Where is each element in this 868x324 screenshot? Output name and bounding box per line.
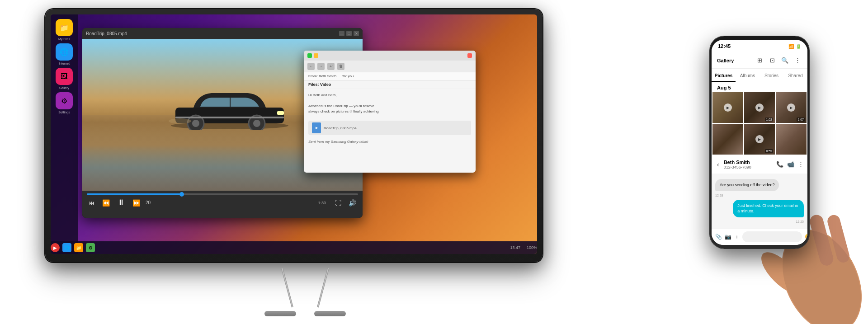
sent-message-wrapper: Just finished. Check your email in a min… — [715, 200, 804, 223]
sticker-button[interactable]: 😊 — [805, 234, 807, 240]
gallery-thumb-2[interactable]: ▶ 1:02 — [744, 92, 775, 123]
attachment-button[interactable]: 📎 — [715, 234, 722, 240]
gallery-app-title: Gallery — [717, 58, 734, 63]
volume-button[interactable]: 🔊 — [347, 198, 358, 207]
taskbar-settings-icon[interactable]: ⚙ — [86, 243, 95, 252]
settings-icon[interactable]: ⚙ — [56, 92, 73, 109]
tab-shared[interactable]: Shared — [783, 70, 807, 82]
email-body-line1: Hi Beth and Beth, — [308, 93, 471, 98]
attachment-filename: RoadTrip_0805.mp4 — [324, 126, 357, 130]
video-call-icon[interactable]: 📹 — [787, 161, 794, 168]
progress-bar[interactable] — [87, 193, 358, 195]
email-to-label: To: — [342, 74, 348, 78]
skip-back-button[interactable]: ⏪ — [100, 198, 112, 207]
gallery-icon[interactable]: 🖼 — [56, 68, 73, 85]
tv-taskbar: ▶ 🌐 📁 ⚙ 13:47 100% — [51, 241, 537, 254]
email-back-btn[interactable]: ← — [307, 63, 315, 70]
camera-button[interactable]: 📷 — [725, 234, 731, 240]
phone-wrapper: 12:45 📶 🔋 Gallery ⊞ ⊡ 🔍 ⋮ Pictures — [710, 36, 845, 298]
conversation: Are you sending off the video? 12:28 Jus… — [715, 177, 804, 225]
stand-neck-right — [317, 268, 329, 308]
thumb-duration-5: 0:59 — [765, 149, 773, 153]
email-minimize-btn[interactable] — [314, 53, 318, 58]
email-maximize-btn[interactable] — [307, 53, 312, 58]
received-bubble: Are you sending off the video? — [715, 179, 779, 191]
tab-stories[interactable]: Stories — [760, 70, 783, 82]
email-to-value: you — [348, 74, 354, 78]
files-icon[interactable]: 📁 — [56, 19, 73, 36]
close-button[interactable]: ✕ — [354, 31, 359, 36]
fullscreen-button[interactable]: ⛶ — [333, 198, 343, 207]
current-time: 20 — [146, 200, 151, 205]
tv-sidebar: 📁 My Files 🌐 Internet 🖼 Gallery ⚙ — [51, 14, 78, 254]
gallery-thumb-1[interactable]: ▶ — [712, 92, 743, 123]
gallery-thumb-5[interactable]: ▶ 0:59 — [744, 124, 775, 155]
rewind-button[interactable]: ⏮ — [87, 198, 97, 207]
gallery-select-icon[interactable]: ⊞ — [755, 56, 764, 65]
gallery-search-icon[interactable]: 🔍 — [780, 56, 789, 65]
received-message-wrapper: Are you sending off the video? 12:28 — [715, 179, 804, 197]
message-body: Are you sending off the video? 12:28 Jus… — [712, 174, 807, 229]
sidebar-item-files[interactable]: 📁 My Files — [56, 18, 73, 41]
tab-albums[interactable]: Albums — [736, 70, 760, 82]
video-titlebar: RoadTrip_0805.mp4 — □ ✕ — [82, 28, 363, 39]
gallery-tabs: Pictures Albums Stories Shared — [712, 70, 807, 82]
taskbar-clock: 13:47 — [510, 245, 524, 250]
video-controls[interactable]: ⏮ ⏪ ⏸ ⏩ 20 1:30 ⛶ 🔊 — [82, 191, 363, 218]
contact-name: Beth Smith — [724, 160, 751, 165]
contact-number: 012-3456-7890 — [724, 165, 751, 169]
stand-neck-left — [281, 268, 293, 308]
contact-info: Beth Smith 012-3456-7890 — [724, 160, 751, 169]
gallery-thumb-6[interactable] — [776, 124, 807, 155]
email-body: Hi Beth and Beth, Attached is the RoadTr… — [304, 89, 476, 118]
tv-body: 📁 My Files 🌐 Internet 🖼 Gallery ⚙ — [45, 9, 542, 271]
gallery-thumb-4[interactable] — [712, 124, 743, 155]
email-body-line3: always check on pictures til finally ach… — [308, 109, 471, 114]
play-icon-2: ▶ — [755, 103, 764, 112]
titlebar-buttons: — □ ✕ — [339, 31, 359, 36]
attachment-type-icon: ▶ — [312, 122, 321, 133]
email-attachment[interactable]: ▶ RoadTrip_0805.mp4 — [308, 121, 471, 135]
sidebar-item-settings[interactable]: ⚙ Settings — [56, 91, 73, 114]
tab-pictures[interactable]: Pictures — [712, 70, 736, 82]
gallery-share-icon[interactable]: ⊡ — [768, 56, 777, 65]
svg-point-8 — [169, 118, 191, 124]
tv-stand — [260, 262, 350, 316]
email-close-btn[interactable] — [467, 53, 472, 58]
maximize-button[interactable]: □ — [346, 31, 352, 36]
sidebar-item-gallery[interactable]: 🖼 Gallery — [56, 67, 73, 89]
more-options-icon[interactable]: ⋮ — [798, 161, 804, 168]
tv-wrapper: 📁 My Files 🌐 Internet 🖼 Gallery ⚙ — [45, 9, 565, 316]
phone-device: 12:45 📶 🔋 Gallery ⊞ ⊡ 🔍 ⋮ Pictures — [710, 36, 809, 249]
message-actions: 📞 📹 ⋮ — [776, 161, 804, 168]
statusbar-icons: 📶 🔋 — [788, 44, 801, 49]
email-window[interactable]: ← → ↩ 🗑 From: Beth Smith To: you Files: … — [304, 51, 476, 173]
tv-screen: 📁 My Files 🌐 Internet 🖼 Gallery ⚙ — [51, 14, 537, 254]
taskbar-browser-icon[interactable]: 🌐 — [62, 243, 71, 252]
internet-icon[interactable]: 🌐 — [56, 43, 73, 61]
gallery-label: Gallery — [59, 86, 69, 89]
pause-button[interactable]: ⏸ — [115, 197, 127, 208]
add-button[interactable]: ＋ — [734, 233, 740, 241]
email-reply-btn[interactable]: ↩ — [327, 63, 335, 70]
sidebar-item-internet[interactable]: 🌐 Internet — [56, 42, 73, 65]
back-button[interactable]: ‹ — [715, 159, 721, 170]
email-from-label: From: — [308, 74, 319, 78]
control-buttons: ⏮ ⏪ ⏸ ⏩ 20 1:30 ⛶ 🔊 — [87, 197, 358, 208]
gallery-more-icon[interactable]: ⋮ — [793, 56, 802, 65]
email-forward-btn[interactable]: → — [317, 63, 325, 70]
thumb-duration-2: 1:02 — [765, 117, 773, 122]
taskbar-video-icon[interactable]: ▶ — [51, 243, 60, 252]
gallery-thumb-3[interactable]: ▶ 2:07 — [776, 92, 807, 123]
minimize-button[interactable]: — — [339, 31, 344, 36]
taskbar-files-icon[interactable]: 📁 — [74, 243, 83, 252]
call-icon[interactable]: 📞 — [776, 161, 783, 168]
play-icon-5: ▶ — [755, 135, 764, 143]
received-time: 12:28 — [715, 194, 723, 197]
video-filename: RoadTrip_0805.mp4 — [86, 31, 127, 36]
skip-forward-button[interactable]: ⏩ — [131, 198, 142, 207]
svg-point-5 — [253, 120, 260, 127]
message-input[interactable] — [742, 231, 802, 242]
gallery-grid: ▶ ▶ 1:02 ▶ 2:07 ▶ 0:59 — [712, 92, 807, 155]
email-delete-btn[interactable]: 🗑 — [337, 63, 344, 70]
